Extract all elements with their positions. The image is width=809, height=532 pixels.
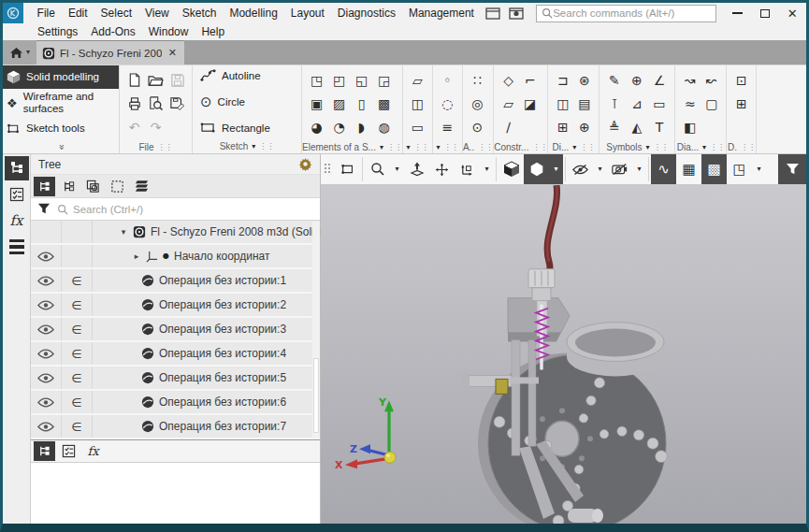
menu-management[interactable]: Management xyxy=(402,5,481,22)
save-as-button[interactable] xyxy=(166,92,188,115)
spline-region-icon[interactable]: ◌ xyxy=(437,92,458,115)
group-grip-icon[interactable]: ⋮⋮ xyxy=(443,144,458,151)
group-grip-icon[interactable]: ⋮⋮ xyxy=(387,144,402,151)
menu-edit[interactable]: Edit xyxy=(62,5,94,22)
list-icon[interactable]: ≡ xyxy=(437,115,458,138)
functions-panel-button[interactable]: fx xyxy=(5,208,29,233)
control-points-button[interactable]: ∿ xyxy=(651,154,676,184)
cut-loft-icon[interactable]: ▩ xyxy=(373,92,395,115)
tree-row-operation[interactable]: ∈ Операция без истории:4 xyxy=(31,342,320,367)
group-dropdown-icon[interactable]: ▾ xyxy=(572,144,576,151)
visibility-toggle[interactable] xyxy=(31,269,62,292)
draft-icon[interactable]: ◗ xyxy=(351,115,372,138)
group-grip-icon[interactable]: ⋮⋮ xyxy=(259,143,274,151)
table-dim-icon[interactable]: ⊞ xyxy=(552,115,573,138)
normal-to-plane-button[interactable] xyxy=(404,154,429,184)
boolean-icon[interactable]: ▭ xyxy=(407,115,428,138)
tolerance-frame-icon[interactable]: ▭ xyxy=(648,92,670,115)
mode-solid-modelling[interactable]: Solid modelling xyxy=(3,65,119,89)
roughness-icon[interactable]: ✎ xyxy=(603,68,625,92)
group-grip-icon[interactable]: ⋮⋮ xyxy=(158,144,173,151)
command-search[interactable] xyxy=(536,5,716,22)
zoom-button[interactable] xyxy=(365,154,390,184)
menu-layout[interactable]: Layout xyxy=(284,5,331,22)
tree-row-operation[interactable]: ∈ Операция без истории:5 xyxy=(31,367,320,391)
bottom-tab-functions[interactable]: fx xyxy=(82,441,104,461)
axis-icon[interactable]: ∕ xyxy=(498,115,519,138)
move-dropdown-icon[interactable]: ▾ xyxy=(480,154,494,184)
local-cs-icon[interactable]: ⌐ xyxy=(519,68,541,92)
menu-diagnostics[interactable]: Diagnostics xyxy=(331,5,402,22)
tree-row-root[interactable]: ▾ Fl - Schyzo Freni 2008 m3d (Solids-9) xyxy=(31,221,320,245)
group-dropdown-icon[interactable]: ▾ xyxy=(252,143,255,151)
expand-icon[interactable]: ▾ xyxy=(119,228,128,237)
group-grip-icon[interactable]: ⋮⋮ xyxy=(741,144,756,151)
sweep-icon[interactable]: ◱ xyxy=(351,68,372,92)
group-grip-icon[interactable]: ⋮⋮ xyxy=(532,144,547,151)
group-grip-icon[interactable]: ⋮⋮ xyxy=(710,144,725,151)
new-drawing-icon[interactable]: ⊡ xyxy=(730,68,752,92)
visibility-toggle[interactable] xyxy=(31,367,62,389)
grid-button[interactable]: ▦ xyxy=(676,154,701,184)
deviation-icon[interactable]: ≈ xyxy=(679,92,701,115)
render-mode-button[interactable]: ▩ xyxy=(701,154,727,184)
viewport-filter-button[interactable] xyxy=(778,154,806,184)
tree-panel-button[interactable] xyxy=(5,156,29,180)
group-grip-icon[interactable]: ⋮⋮ xyxy=(580,144,595,151)
new-file-button[interactable] xyxy=(123,68,145,92)
pattern-icon[interactable]: ▱ xyxy=(407,68,428,92)
menu-settings[interactable]: Settings xyxy=(31,23,84,40)
tree-row-operation[interactable]: ∈ Операция без истории:3 xyxy=(31,318,320,342)
display-mode-button[interactable] xyxy=(524,154,549,184)
menu-modelling[interactable]: Modelling xyxy=(223,5,283,22)
group-dropdown-icon[interactable]: ▾ xyxy=(436,144,440,151)
redo-button[interactable]: ↷ xyxy=(145,115,166,138)
layers-button[interactable] xyxy=(131,177,152,196)
group-grip-icon[interactable]: ⋮⋮ xyxy=(654,144,669,151)
scrollbar-thumb[interactable] xyxy=(313,358,319,433)
circle-button[interactable]: ⊙ Circle xyxy=(196,94,297,110)
relations-button[interactable] xyxy=(82,177,104,196)
filter-button[interactable] xyxy=(31,203,57,215)
tab-document[interactable]: Fl - Schyzo Freni 200... ✕ xyxy=(36,40,184,65)
minimize-button[interactable] xyxy=(724,4,751,22)
text-icon[interactable]: T xyxy=(648,115,670,138)
tree-structure-button[interactable] xyxy=(34,177,55,196)
home-dropdown-icon[interactable]: ▾ xyxy=(26,49,30,56)
collapse-modes-button[interactable]: « xyxy=(3,140,119,153)
loft-icon[interactable]: ◲ xyxy=(373,68,395,92)
cut-sweep-icon[interactable]: ▯ xyxy=(351,92,372,115)
create-sketch-button[interactable] xyxy=(335,154,360,184)
group-dropdown-icon[interactable]: ▾ xyxy=(702,144,706,151)
cut-revolve-icon[interactable]: ▨ xyxy=(328,92,350,115)
grid-dim-icon[interactable]: ▤ xyxy=(573,92,595,115)
mirror-body-icon[interactable]: ◫ xyxy=(407,92,428,115)
visibility-toggle[interactable] xyxy=(31,342,62,365)
drawing-view-icon[interactable]: ⊞ xyxy=(730,92,752,115)
group-dropdown-icon[interactable]: ▾ xyxy=(646,144,650,151)
menu-view[interactable]: View xyxy=(138,5,176,22)
print-button[interactable] xyxy=(123,92,145,115)
visibility-toggle[interactable] xyxy=(31,415,62,438)
tree-row-operation[interactable]: ∈ Операция без истории:1 xyxy=(31,269,320,294)
cone-mark-icon[interactable]: ◭ xyxy=(626,115,647,138)
visibility-toggle[interactable] xyxy=(31,391,62,413)
scene-settings-dropdown-icon[interactable]: ▾ xyxy=(752,154,766,184)
close-button[interactable]: ✕ xyxy=(779,4,806,22)
print-preview-button[interactable] xyxy=(145,92,166,115)
offset-plane-icon[interactable]: ▱ xyxy=(498,92,519,115)
zoom-dropdown-icon[interactable]: ▾ xyxy=(390,154,404,184)
datum-icon[interactable]: ⊺ xyxy=(603,92,625,115)
rotate-component-button[interactable] xyxy=(455,154,480,184)
mode-sketch-tools[interactable]: Sketch tools xyxy=(3,117,119,140)
tree-row-operation[interactable]: ∈ Операция без истории:6 xyxy=(31,391,320,415)
extrude-icon[interactable]: ◳ xyxy=(306,68,327,92)
save-button[interactable] xyxy=(166,68,188,92)
scene-3d[interactable]: Y X Z xyxy=(321,185,806,524)
measure-surface-icon[interactable]: ↜ xyxy=(701,68,722,92)
tree-row-operation[interactable]: ∈ Операция без истории:7 xyxy=(31,415,320,439)
array-dots-icon[interactable]: ∷ xyxy=(467,68,488,92)
menu-help[interactable]: Help xyxy=(195,23,231,40)
expand-icon[interactable]: ▸ xyxy=(132,252,141,261)
shell-icon[interactable]: ◍ xyxy=(373,115,395,138)
